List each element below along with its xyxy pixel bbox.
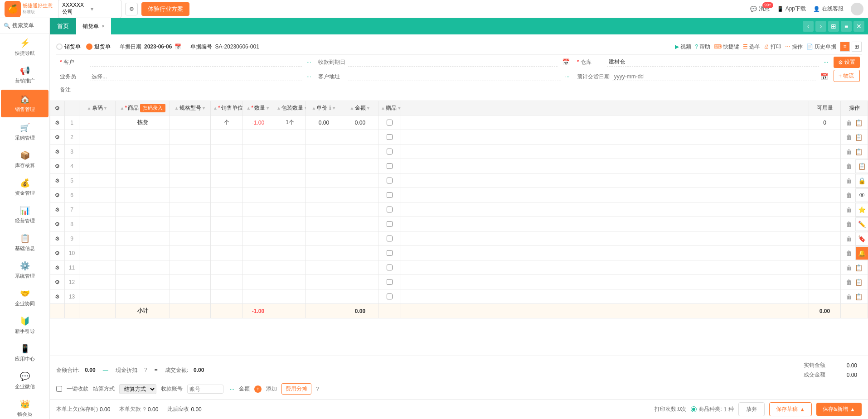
account-dots[interactable]: ··· bbox=[230, 386, 234, 392]
customer-input[interactable] bbox=[90, 58, 302, 67]
cell-settings-10[interactable]: ⚙ bbox=[50, 246, 65, 260]
delete-row-5[interactable]: 🗑 bbox=[846, 177, 852, 184]
cell-price-3[interactable] bbox=[306, 144, 342, 159]
logistics-button[interactable]: + 物流 bbox=[834, 70, 860, 82]
cell-amount-10[interactable] bbox=[342, 246, 378, 260]
cell-pack-10[interactable] bbox=[274, 246, 306, 260]
cell-product-5[interactable] bbox=[116, 173, 170, 188]
sidebar-item-finance[interactable]: 💰 资金管理 bbox=[0, 173, 49, 201]
th-settings[interactable]: ⚙ bbox=[50, 101, 65, 116]
cell-qty-1[interactable]: -1.00 bbox=[242, 116, 274, 130]
account-input[interactable] bbox=[187, 385, 223, 394]
cell-price-2[interactable] bbox=[306, 130, 342, 144]
cell-amount-2[interactable] bbox=[342, 130, 378, 144]
cell-price-5[interactable] bbox=[306, 173, 342, 188]
delete-row-10[interactable]: 🗑 bbox=[846, 250, 852, 257]
delivery-date-calendar-icon[interactable]: 📅 bbox=[820, 73, 828, 80]
sort-qty-up[interactable]: ▲ bbox=[246, 106, 251, 111]
tab-action-grid[interactable]: ⊞ bbox=[828, 21, 839, 32]
float-edit-btn[interactable]: ✏️ bbox=[855, 217, 868, 231]
sidebar-item-basics[interactable]: 📋 基础信息 bbox=[0, 229, 49, 256]
cell-price-10[interactable] bbox=[306, 246, 342, 260]
copy-row-12[interactable]: 📋 bbox=[855, 279, 863, 286]
cell-amount-7[interactable] bbox=[342, 202, 378, 217]
notes-input[interactable] bbox=[90, 86, 271, 94]
cell-pack-4[interactable] bbox=[274, 159, 306, 173]
cell-gift-5[interactable] bbox=[378, 173, 401, 188]
cell-qty-10[interactable] bbox=[242, 246, 274, 260]
radio-return[interactable]: 退货单 bbox=[86, 43, 111, 51]
cell-settings-13[interactable]: ⚙ bbox=[50, 289, 65, 304]
cell-amount-3[interactable] bbox=[342, 144, 378, 159]
sort-spec-down[interactable]: ▼ bbox=[202, 106, 206, 111]
delete-row-11[interactable]: 🗑 bbox=[846, 264, 852, 271]
cell-spec-4[interactable] bbox=[170, 159, 211, 173]
cell-product-13[interactable] bbox=[116, 289, 170, 304]
delete-row-13[interactable]: 🗑 bbox=[846, 293, 852, 300]
sort-price-down[interactable]: ▼ bbox=[332, 106, 336, 111]
float-lock-btn[interactable]: 🔒 bbox=[855, 174, 868, 188]
expense-split-btn[interactable]: 费用分摊 bbox=[281, 383, 311, 395]
sort-price-up[interactable]: ▲ bbox=[311, 106, 316, 111]
cell-pack-9[interactable] bbox=[274, 231, 306, 246]
cell-unit-8[interactable] bbox=[211, 217, 242, 231]
cell-pack-3[interactable] bbox=[274, 144, 306, 159]
cell-gift-7[interactable] bbox=[378, 202, 401, 217]
cell-unit-9[interactable] bbox=[211, 231, 242, 246]
copy-row-3[interactable]: 📋 bbox=[855, 148, 863, 155]
cell-unit-4[interactable] bbox=[211, 159, 242, 173]
cash-discount-info[interactable]: ? bbox=[144, 367, 147, 373]
sort-unit-up[interactable]: ▲ bbox=[213, 106, 218, 111]
sidebar-item-purchase[interactable]: 🛒 采购管理 bbox=[0, 118, 49, 146]
sort-amount-down[interactable]: ▼ bbox=[366, 106, 371, 111]
save-draft-button[interactable]: 保存草稿 ▲ bbox=[769, 402, 812, 416]
cell-unit-5[interactable] bbox=[211, 173, 242, 188]
sort-amount-up[interactable]: ▲ bbox=[350, 106, 354, 111]
cell-gift-12[interactable] bbox=[378, 275, 401, 289]
cell-settings-7[interactable]: ⚙ bbox=[50, 202, 65, 217]
cell-pack-2[interactable] bbox=[274, 130, 306, 144]
tab-action-prev[interactable]: ‹ bbox=[803, 21, 814, 32]
online-service-btn[interactable]: 👤 在线客服 bbox=[813, 5, 844, 13]
delete-row-9[interactable]: 🗑 bbox=[846, 235, 852, 242]
ops-btn[interactable]: ⋯ 操作 bbox=[785, 43, 803, 51]
scan-button[interactable]: 扫码录入 bbox=[140, 104, 165, 112]
cell-pack-12[interactable] bbox=[274, 275, 306, 289]
cell-product-9[interactable] bbox=[116, 231, 170, 246]
video-btn[interactable]: ▶ 视频 bbox=[675, 43, 691, 51]
cell-price-13[interactable] bbox=[306, 289, 342, 304]
cell-unit-1[interactable]: 个 bbox=[211, 116, 242, 130]
cell-gift-6[interactable] bbox=[378, 188, 401, 202]
delete-row-6[interactable]: 🗑 bbox=[846, 192, 852, 199]
cell-settings-9[interactable]: ⚙ bbox=[50, 231, 65, 246]
cell-product-7[interactable] bbox=[116, 202, 170, 217]
cell-ops-2[interactable]: 🗑 📋 bbox=[841, 130, 868, 144]
cell-settings-12[interactable]: ⚙ bbox=[50, 275, 65, 289]
cell-qty-8[interactable] bbox=[242, 217, 274, 231]
cell-product-12[interactable] bbox=[116, 275, 170, 289]
cell-qty-5[interactable] bbox=[242, 173, 274, 188]
cell-spec-5[interactable] bbox=[170, 173, 211, 188]
cell-product-6[interactable] bbox=[116, 188, 170, 202]
float-clipboard-btn[interactable]: 📋 bbox=[855, 159, 868, 173]
warehouse-dots[interactable]: ··· bbox=[824, 59, 828, 65]
sidebar-item-marketing[interactable]: 📢 营销推广 bbox=[0, 61, 49, 89]
cell-barcode-8[interactable] bbox=[79, 217, 116, 231]
cell-qty-4[interactable] bbox=[242, 159, 274, 173]
product-type-radio[interactable] bbox=[691, 406, 697, 412]
sidebar-item-wechat[interactable]: 💬 企业微信 bbox=[0, 367, 49, 395]
cell-price-7[interactable] bbox=[306, 202, 342, 217]
price-info-icon[interactable]: ℹ bbox=[329, 105, 331, 111]
cell-barcode-11[interactable] bbox=[79, 260, 116, 275]
shortcuts-btn[interactable]: ⌨ 快捷键 bbox=[714, 43, 739, 51]
cell-pack-8[interactable] bbox=[274, 217, 306, 231]
expense-help-icon[interactable]: ? bbox=[316, 386, 319, 392]
select-btn[interactable]: ☰ 选单 bbox=[743, 43, 760, 51]
cell-settings-3[interactable]: ⚙ bbox=[50, 144, 65, 159]
cell-barcode-1[interactable] bbox=[79, 116, 116, 130]
sort-gift-up[interactable]: ▲ bbox=[381, 106, 385, 111]
product-type[interactable]: 商品种类: 1 种 bbox=[691, 405, 734, 413]
sidebar-item-guide[interactable]: 🔰 新手引导 bbox=[0, 312, 49, 339]
print-btn[interactable]: 🖨 打印 bbox=[764, 43, 781, 51]
cell-settings-4[interactable]: ⚙ bbox=[50, 159, 65, 173]
